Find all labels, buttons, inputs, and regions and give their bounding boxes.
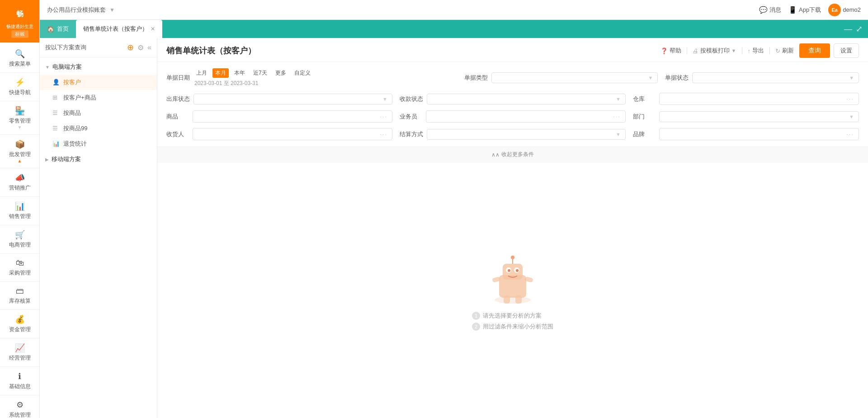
date-range-value: 2023-03-01 至 2023-03-31	[193, 80, 313, 87]
close-tab-icon[interactable]: ✕	[151, 26, 155, 32]
basic-icon: ℹ	[18, 371, 21, 381]
settings-scheme-btn[interactable]: ⚙	[137, 43, 144, 52]
sidebar-item-inventory[interactable]: 🗃 库存核算	[0, 282, 39, 310]
sidebar-item-basic[interactable]: ℹ 基础信息	[0, 367, 39, 395]
date-tab-last7[interactable]: 近7天	[250, 68, 270, 78]
refresh-icon: ↻	[775, 48, 780, 54]
user-profile[interactable]: Ea demo2	[828, 4, 861, 16]
date-tab-thismonth[interactable]: 本月	[212, 68, 229, 78]
payment-status-input[interactable]: ▼	[427, 94, 626, 104]
recipient-dots: ···	[380, 131, 387, 138]
salesperson-label: 业务员	[400, 113, 422, 121]
export-icon: ↑	[748, 48, 751, 54]
help-label: 帮助	[670, 47, 681, 55]
header-left: 办公用品行业模拟账套 ▼	[47, 6, 115, 14]
svg-text:畅: 畅	[16, 10, 24, 18]
dept-label: 部门	[633, 113, 656, 121]
message-icon: 💬	[759, 6, 768, 14]
date-field: 单据日期 上月 本月 本年 近7天 更多 自定义 2023-03-01 至 20…	[166, 68, 457, 87]
sidebar-item-sales[interactable]: 📊 销售管理	[0, 197, 39, 225]
collapse-bar[interactable]: ∧∧ 收起更多条件	[157, 147, 868, 162]
sidebar-item-marketing[interactable]: 📣 营销推广	[0, 168, 39, 197]
message-btn[interactable]: 💬 消息	[759, 6, 781, 14]
recipient-input[interactable]: ···	[193, 128, 392, 140]
query-btn[interactable]: 查询	[799, 43, 830, 58]
date-tab-custom[interactable]: 自定义	[292, 68, 313, 78]
divider1	[687, 47, 687, 54]
settlement-input[interactable]: ▼	[427, 129, 626, 140]
sidebar-item-label: 经营管理	[9, 354, 31, 362]
divider3	[769, 47, 770, 54]
help-btn[interactable]: ❓ 帮助	[660, 47, 681, 55]
print-chevron-icon: ▼	[731, 48, 736, 53]
date-tabs: 上月 本月 本年 近7天 更多 自定义	[193, 68, 313, 78]
scheme-by-customer[interactable]: 👤 按客户	[40, 75, 157, 90]
scheme-by-customer-product[interactable]: ⊞ 按客户+商品	[40, 90, 157, 105]
sidebar-item-operation[interactable]: 📈 经营管理	[0, 338, 39, 367]
date-tab-lastmonth[interactable]: 上月	[193, 68, 210, 78]
search-icon: 🔍	[15, 49, 25, 59]
hint-item-2: 2 用过滤条件来缩小分析范围	[472, 323, 553, 331]
order-type-input[interactable]: ▼	[491, 72, 658, 83]
svg-point-7	[508, 269, 510, 272]
triangle-icon: ▼	[45, 65, 50, 70]
salesperson-field: 业务员 ···	[400, 110, 626, 123]
download-label: App下载	[799, 6, 821, 14]
tab-home[interactable]: 🏠 首页	[40, 20, 76, 38]
sidebar-item-label: 基础信息	[9, 383, 31, 390]
export-btn[interactable]: ↑ 导出	[748, 47, 764, 55]
date-tab-thisyear[interactable]: 本年	[231, 68, 248, 78]
sidebar-item-purchase[interactable]: 🛍 采购管理	[0, 254, 39, 282]
sidebar-item-search[interactable]: 🔍 搜索菜单	[0, 44, 39, 73]
sidebar-item-label: 营销推广	[9, 184, 31, 192]
sidebar-item-ecommerce[interactable]: 🛒 电商管理	[0, 225, 39, 254]
header-right: 💬 消息 📱 App下载 Ea demo2	[759, 4, 861, 16]
warehouse-field: 仓库 ···	[633, 93, 859, 105]
product-input[interactable]: ···	[193, 110, 392, 123]
download-btn[interactable]: 📱 App下载	[788, 6, 821, 14]
salesperson-input[interactable]: ···	[426, 110, 626, 123]
tab-sales-report-label: 销售单统计表（按客户）	[83, 25, 148, 33]
industry-dropdown-icon[interactable]: ▼	[109, 7, 115, 13]
scheme-returns-label: 退货统计	[63, 140, 87, 148]
scheme-by-product[interactable]: ☰ 按商品	[40, 105, 157, 121]
scheme-returns[interactable]: 📊 退货统计	[40, 136, 157, 152]
add-scheme-btn[interactable]: ⊕	[127, 43, 134, 52]
maximize-icon[interactable]: ⤢	[856, 24, 863, 34]
hint-item-1: 1 请先选择要分析的方案	[472, 312, 553, 320]
minimize-icon[interactable]: —	[844, 24, 852, 34]
order-status-field: 单据状态 ▼	[665, 72, 859, 83]
out-status-field: 出库状态 ▼	[166, 94, 392, 104]
page-area: 按以下方案查询 ⊕ ⚙ « ▼ 电脑端方案 👤 按客户 ⊞	[40, 38, 868, 418]
scheme-customer-label: 按客户	[63, 78, 81, 86]
settings-btn[interactable]: 设置	[834, 43, 859, 58]
finance-icon: 💰	[15, 314, 25, 324]
sidebar-item-quicknav[interactable]: ⚡ 快捷导航	[0, 73, 39, 101]
print-btn[interactable]: 🖨 按模板打印 ▼	[693, 47, 736, 55]
mobile-scheme-title[interactable]: ▶ 移动端方案	[40, 152, 157, 167]
triangle-right-icon: ▶	[45, 157, 49, 162]
order-status-input[interactable]: ▼	[692, 72, 859, 83]
app-name: 畅捷通好生意	[6, 24, 33, 29]
sidebar-item-retail[interactable]: 🏪 零售管理 ▼	[0, 101, 39, 135]
sidebar-item-label: 资金管理	[9, 326, 31, 333]
warehouse-input[interactable]: ···	[659, 93, 859, 105]
dept-input[interactable]: ▼	[659, 111, 859, 122]
warehouse-dots: ···	[846, 95, 854, 102]
payment-status-field: 收款状态 ▼	[400, 94, 626, 104]
collapse-panel-btn[interactable]: «	[147, 43, 151, 52]
sidebar-item-system[interactable]: ⚙ 系统管理	[0, 395, 39, 418]
scheme-by-product99[interactable]: ☰ 按商品99	[40, 121, 157, 136]
tab-sales-report[interactable]: 销售单统计表（按客户） ✕	[76, 20, 162, 38]
refresh-btn[interactable]: ↻ 刷新	[775, 47, 794, 55]
sidebar-item-label: 搜索菜单	[9, 60, 31, 68]
sidebar-item-finance[interactable]: 💰 资金管理	[0, 310, 39, 338]
wholesale-icon: 📦	[15, 139, 25, 149]
sidebar-item-wholesale[interactable]: 📦 批发管理 ▲	[0, 135, 39, 168]
date-tab-more[interactable]: 更多	[273, 68, 289, 78]
brand-input[interactable]: ···	[659, 128, 859, 140]
filter-row-3: 商品 ··· 业务员 ··· 部门	[166, 110, 859, 123]
desktop-scheme-title[interactable]: ▼ 电脑端方案	[40, 59, 157, 75]
home-icon: 🏠	[47, 26, 54, 33]
out-status-input[interactable]: ▼	[193, 94, 392, 104]
